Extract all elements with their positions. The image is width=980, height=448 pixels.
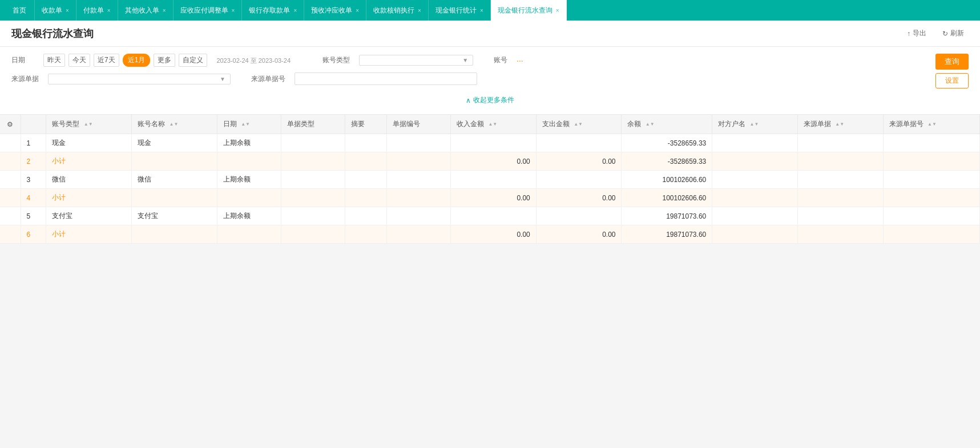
th-account-type[interactable]: 账号类型 ▲▼: [46, 115, 132, 134]
table-row: 2 小计 0.00 0.00 -3528659.33: [0, 152, 980, 171]
th-counterparty[interactable]: 对方户名 ▲▼: [712, 115, 798, 134]
table-body: 1 现金 现金 上期余额 -3528659.33 2 小计 0.00 0.00 …: [0, 134, 980, 244]
nav-item-应收应付调整单[interactable]: 应收应付调整单×: [174, 0, 243, 21]
date-label: 日期: [11, 55, 34, 65]
th-date[interactable]: 日期 ▲▼: [217, 115, 281, 134]
row-summary: [345, 134, 386, 152]
row-summary: [345, 189, 386, 207]
row-account-type: 微信: [46, 171, 132, 189]
nav-close-icon[interactable]: ×: [66, 7, 69, 14]
row-date: 上期余额: [217, 171, 281, 189]
nav-close-icon[interactable]: ×: [418, 7, 421, 14]
nav-item-其他收入单[interactable]: 其他收入单×: [118, 0, 174, 21]
row-summary: [345, 207, 386, 225]
table-container: ⚙ 账号类型 ▲▼ 账号名称 ▲▼ 日期 ▲▼ 单据类型 摘要 单据编号: [0, 115, 980, 244]
date-btn-7days[interactable]: 近7天: [94, 54, 119, 67]
account-type-arrow: ▼: [462, 57, 468, 63]
date-btn-yesterday[interactable]: 昨天: [43, 54, 65, 67]
row-expense: [536, 171, 622, 189]
th-income[interactable]: 收入金额 ▲▼: [451, 115, 537, 134]
row-no: 5: [21, 207, 46, 225]
th-doc-type: 单据类型: [281, 115, 345, 134]
row-doc-no: [387, 152, 451, 171]
nav-item-首页[interactable]: 首页: [5, 0, 35, 21]
row-income: [451, 207, 537, 225]
nav-item-付款单[interactable]: 付款单×: [76, 0, 118, 21]
row-account-type: 支付宝: [46, 207, 132, 225]
source-doc-no-input[interactable]: [295, 72, 477, 85]
row-account-name: [132, 189, 217, 207]
th-summary: 摘要: [345, 115, 386, 134]
nav-item-银行存取款单[interactable]: 银行存取款单×: [242, 0, 304, 21]
source-doc-label: 来源单据: [11, 74, 39, 84]
row-settings-cell: [0, 171, 21, 189]
th-source-doc-no[interactable]: 来源单据号 ▲▼: [883, 115, 979, 134]
table-row: 4 小计 0.00 0.00 100102606.60: [0, 189, 980, 207]
row-account-name: [132, 152, 217, 171]
date-btn-today[interactable]: 今天: [68, 54, 90, 67]
sort-icon-counterparty: ▲▼: [750, 122, 759, 127]
nav-close-icon[interactable]: ×: [107, 7, 111, 14]
nav-close-icon[interactable]: ×: [293, 7, 297, 14]
settings-col-header[interactable]: ⚙: [0, 115, 21, 134]
row-no: 6: [21, 225, 46, 244]
row-account-type: 小计: [46, 189, 132, 207]
row-date: 上期余额: [217, 134, 281, 152]
date-btn-1month[interactable]: 近1月: [123, 54, 151, 67]
row-counterparty: [712, 152, 798, 171]
nav-close-icon[interactable]: ×: [356, 7, 359, 14]
row-source-doc: [797, 207, 883, 225]
nav-close-icon[interactable]: ×: [163, 7, 166, 14]
row-source-doc: [797, 189, 883, 207]
page-title: 现金银行流水查询: [11, 27, 94, 41]
row-income: 0.00: [451, 225, 537, 244]
sort-icon-income: ▲▼: [488, 122, 497, 127]
refresh-button[interactable]: ↻ 刷新: [938, 26, 969, 41]
nav-item-收款核销执行[interactable]: 收款核销执行×: [366, 0, 429, 21]
nav-item-预收冲应收单[interactable]: 预收冲应收单×: [304, 0, 366, 21]
collapse-bar[interactable]: ∧ 收起更多条件: [11, 93, 969, 107]
th-balance[interactable]: 余额 ▲▼: [622, 115, 712, 134]
nav-item-收款单[interactable]: 收款单×: [35, 0, 76, 21]
row-income: 0.00: [451, 152, 537, 171]
settings-button[interactable]: 设置: [935, 73, 969, 88]
filter-area: 日期 昨天 今天 近7天 近1月 更多 自定义 2023-02-24 至 202…: [0, 47, 980, 115]
date-btn-more[interactable]: 更多: [154, 54, 175, 67]
th-expense[interactable]: 支出金额 ▲▼: [536, 115, 622, 134]
th-account-name[interactable]: 账号名称 ▲▼: [132, 115, 217, 134]
date-btn-custom[interactable]: 自定义: [179, 54, 207, 67]
source-doc-select[interactable]: ▼: [48, 74, 231, 84]
row-account-name: 现金: [132, 134, 217, 152]
nav-close-icon[interactable]: ×: [232, 7, 235, 14]
row-doc-no: [387, 171, 451, 189]
row-counterparty: [712, 171, 798, 189]
row-account-name: 支付宝: [132, 207, 217, 225]
row-settings-cell: [0, 225, 21, 244]
row-expense: 0.00: [536, 152, 622, 171]
nav-close-icon[interactable]: ×: [556, 7, 559, 14]
nav-label: 首页: [13, 6, 26, 15]
row-source-doc: [797, 171, 883, 189]
query-button[interactable]: 查询: [935, 54, 969, 70]
row-no: 4: [21, 189, 46, 207]
nav-close-icon[interactable]: ×: [480, 7, 483, 14]
account-type-select[interactable]: ▼: [359, 55, 473, 66]
row-settings-cell: [0, 207, 21, 225]
table-header: ⚙ 账号类型 ▲▼ 账号名称 ▲▼ 日期 ▲▼ 单据类型 摘要 单据编号: [0, 115, 980, 134]
row-doc-type: [281, 171, 345, 189]
source-doc-arrow: ▼: [220, 76, 225, 82]
nav-label: 收款核销执行: [373, 6, 414, 15]
nav-item-现金银行流水查询[interactable]: 现金银行流水查询×: [491, 0, 567, 21]
nav-label: 应收应付调整单: [180, 6, 228, 15]
row-no: 1: [21, 134, 46, 152]
sort-icon-account-type: ▲▼: [84, 122, 93, 127]
sort-icon-expense: ▲▼: [574, 122, 583, 127]
row-income: 0.00: [451, 189, 537, 207]
th-source-doc[interactable]: 来源单据 ▲▼: [797, 115, 883, 134]
account-dots[interactable]: ···: [514, 56, 526, 65]
export-button[interactable]: ↑ 导出: [902, 26, 931, 41]
row-no: 2: [21, 152, 46, 171]
row-settings-cell: [0, 152, 21, 171]
row-account-name: [132, 225, 217, 244]
nav-item-现金银行统计[interactable]: 现金银行统计×: [429, 0, 491, 21]
